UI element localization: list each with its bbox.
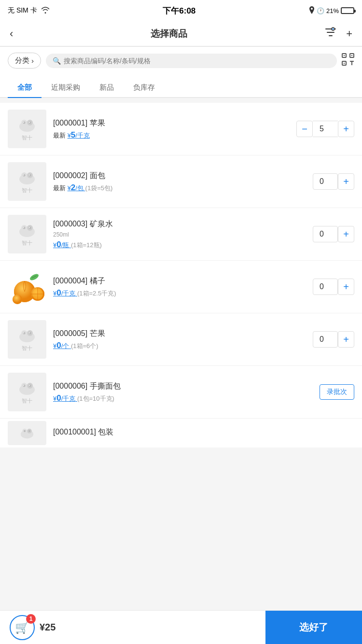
product-price: ¥0/瓶 (1箱=12瓶) xyxy=(53,240,308,250)
status-time: 下午6:08 xyxy=(163,5,195,16)
tab-bar: 全部 近期采购 新品 负库存 xyxy=(0,74,362,98)
increase-button[interactable]: + xyxy=(338,173,354,190)
price-amount: 0 xyxy=(56,393,61,403)
increase-button[interactable]: + xyxy=(338,226,354,242)
bottom-bar: 🛒 1 ¥25 选好了 xyxy=(0,610,362,644)
record-batch-button[interactable]: 录批次 xyxy=(320,384,354,400)
svg-point-58 xyxy=(23,385,24,386)
add-button[interactable]: + xyxy=(346,28,352,40)
price-extra: (1箱=6个) xyxy=(71,342,98,350)
product-info-0000006: [0000006] 手撕面包 ¥0/千克 (1包=10千克) xyxy=(53,381,315,403)
svg-point-52 xyxy=(29,332,30,333)
owl-brand-text: 智十 xyxy=(22,239,32,247)
price-extra: (1箱=12瓶) xyxy=(71,241,102,249)
quantity-input[interactable] xyxy=(313,173,338,190)
product-spec: 250ml xyxy=(53,231,308,238)
quantity-input[interactable] xyxy=(313,226,338,242)
nav-actions: + xyxy=(325,27,352,41)
product-price: ¥0/千克 (1包=10千克) xyxy=(53,393,315,403)
tab-recent[interactable]: 近期采购 xyxy=(42,79,90,98)
page-title: 选择商品 xyxy=(151,28,187,40)
search-box[interactable]: 🔍 xyxy=(46,54,337,68)
search-input[interactable] xyxy=(64,57,330,65)
price-symbol: ¥ xyxy=(68,184,71,192)
svg-point-63 xyxy=(24,430,26,432)
svg-rect-9 xyxy=(351,55,352,56)
product-name: [0000001] 苹果 xyxy=(53,118,292,128)
back-button[interactable]: ‹ xyxy=(10,28,13,40)
product-info-0000004: [0000004] 橘子 ¥0/千克 (1箱=2.5千克) xyxy=(53,276,308,298)
carrier-text: 无 SIM 卡 xyxy=(8,6,37,15)
section-spacer xyxy=(0,98,362,103)
increase-button[interactable]: + xyxy=(338,279,354,295)
quantity-input[interactable] xyxy=(313,121,338,137)
product-item: [0000004] 橘子 ¥0/千克 (1箱=2.5千克) + xyxy=(0,261,362,313)
price-unit: /瓶 xyxy=(61,241,70,249)
svg-rect-8 xyxy=(344,55,345,56)
product-name: [0000002] 面包 xyxy=(53,171,308,181)
quantity-control-0000004: + xyxy=(313,279,354,295)
product-info-0000001: [0000001] 苹果 最新 ¥5/千克 xyxy=(53,118,292,140)
quantity-input[interactable] xyxy=(313,331,338,348)
svg-point-59 xyxy=(29,385,30,386)
product-name-partial: [000100001] 包装 xyxy=(53,427,354,437)
quantity-control-0000005: + xyxy=(313,331,354,348)
status-bar: 无 SIM 卡 下午6:08 🕐 21% xyxy=(0,0,362,21)
scan-icon[interactable] xyxy=(342,53,354,68)
batch-action: 录批次 xyxy=(320,384,354,400)
category-button[interactable]: 分类 › xyxy=(8,53,41,69)
svg-point-64 xyxy=(28,430,30,432)
owl-brand-text: 智十 xyxy=(22,397,32,405)
price-extra: (1包=10千克) xyxy=(77,395,114,402)
price-symbol: ¥ xyxy=(68,132,71,139)
product-price: ¥0/个 (1箱=6个) xyxy=(53,341,308,350)
decrease-button[interactable]: − xyxy=(296,121,313,137)
confirm-button[interactable]: 选好了 xyxy=(265,611,362,644)
price-amount: 0 xyxy=(56,240,61,249)
product-image-0000005: 智十 xyxy=(8,320,46,359)
product-item: 智十 [0000006] 手撕面包 ¥0/千克 (1包=10千克) 录批次 xyxy=(0,366,362,419)
svg-point-4 xyxy=(333,28,334,29)
svg-point-51 xyxy=(23,332,24,333)
alarm-icon: 🕐 xyxy=(317,7,324,14)
product-price: ¥0/千克 (1箱=2.5千克) xyxy=(53,288,308,298)
product-image-0000003: 智十 xyxy=(8,215,46,253)
filter-icon[interactable] xyxy=(325,27,336,41)
price-unit: /包 xyxy=(75,184,84,192)
cart-button[interactable]: 🛒 1 xyxy=(10,615,35,640)
product-item: 智十 [0000005] 芒果 ¥0/个 (1箱=6个) + xyxy=(0,313,362,366)
quantity-input[interactable] xyxy=(313,279,338,295)
price-amount: 5 xyxy=(71,130,75,140)
svg-point-45 xyxy=(13,294,22,304)
cart-badge: 1 xyxy=(26,614,36,624)
quantity-control-0000002: + xyxy=(313,173,354,190)
product-item-partial: [000100001] 包装 xyxy=(0,419,362,448)
quantity-control-0000001: − + xyxy=(296,121,354,137)
tab-new[interactable]: 新品 xyxy=(90,79,124,98)
product-name: [0000003] 矿泉水 xyxy=(53,219,308,229)
price-extra: (1袋=5包) xyxy=(85,184,113,192)
filter-bar: 分类 › 🔍 xyxy=(0,47,362,74)
cart-section: 🛒 1 ¥25 xyxy=(0,615,65,640)
category-arrow: › xyxy=(31,56,34,65)
owl-brand-text: 智十 xyxy=(22,345,32,352)
tab-all[interactable]: 全部 xyxy=(8,79,42,98)
increase-button[interactable]: + xyxy=(338,331,354,348)
tab-negative[interactable]: 负库存 xyxy=(124,79,165,98)
search-icon: 🔍 xyxy=(53,57,61,65)
cart-total: ¥25 xyxy=(40,622,56,633)
owl-brand-text: 智十 xyxy=(22,187,32,194)
increase-button[interactable]: + xyxy=(338,121,354,137)
quantity-control-0000003: + xyxy=(313,226,354,242)
price-amount: 0 xyxy=(56,288,61,297)
product-name: [0000005] 芒果 xyxy=(53,329,308,339)
owl-brand-text: 智十 xyxy=(22,134,32,141)
product-image-0000002: 智十 xyxy=(8,162,46,201)
svg-point-19 xyxy=(29,122,30,123)
product-item: 智十 [0000003] 矿泉水 250ml ¥0/瓶 (1箱=12瓶) + xyxy=(0,208,362,261)
product-image-0000004 xyxy=(8,267,46,306)
product-price: 最新 ¥5/千克 xyxy=(53,130,292,140)
status-left: 无 SIM 卡 xyxy=(8,6,50,15)
price-amount: 0 xyxy=(56,341,61,350)
product-image-0000006: 智十 xyxy=(8,373,46,411)
